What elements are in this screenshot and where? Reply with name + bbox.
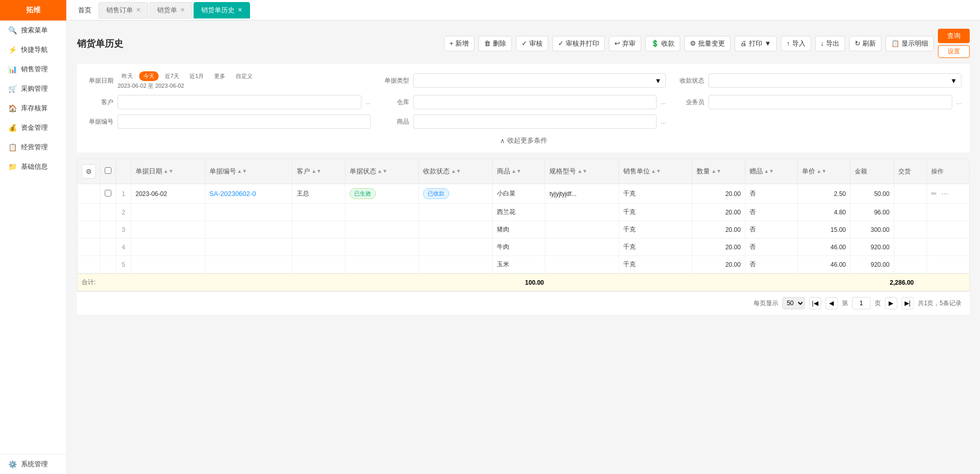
date-tag-7days[interactable]: 近7天 bbox=[161, 71, 183, 81]
doc-type-label: 单据类型 bbox=[381, 76, 409, 85]
warehouse-picker-icon[interactable]: ... bbox=[661, 98, 666, 106]
doc-type-select[interactable]: ▼ bbox=[413, 73, 666, 88]
row-doc-status bbox=[345, 256, 419, 273]
sidebar-item-operations[interactable]: 📋 经营管理 bbox=[0, 137, 66, 157]
first-page-button[interactable]: |◀ bbox=[809, 297, 821, 309]
batch-change-button[interactable]: ⚙ 批量变更 bbox=[684, 36, 731, 51]
date-tag-more[interactable]: 更多 bbox=[210, 71, 229, 81]
collect-button[interactable]: 💲 收款 bbox=[645, 36, 680, 51]
date-tag-yesterday[interactable]: 昨天 bbox=[118, 71, 137, 81]
sort-icon[interactable]: ▲▼ bbox=[651, 169, 661, 174]
audit-button[interactable]: ✓ 审核 bbox=[516, 36, 548, 51]
row-unit-price: 46.00 bbox=[798, 239, 850, 256]
row-transaction bbox=[894, 256, 927, 273]
export-button[interactable]: ↓ 导出 bbox=[815, 36, 846, 51]
row-doc-status bbox=[345, 239, 419, 256]
sidebar-item-sales[interactable]: 📊 销售管理 bbox=[0, 60, 66, 79]
settings-button[interactable]: 设置 bbox=[938, 45, 970, 58]
print-button[interactable]: 🖨 打印 ▼ bbox=[735, 36, 777, 51]
row-doc-no bbox=[205, 239, 293, 256]
date-tag-today[interactable]: 今天 bbox=[139, 71, 159, 81]
sidebar-item-label: 系统管理 bbox=[21, 460, 48, 469]
filter-customer: 客户 ... bbox=[85, 95, 371, 109]
row-unit-price: 2.50 bbox=[798, 184, 850, 204]
next-page-button[interactable]: ▶ bbox=[885, 297, 897, 309]
prev-page-button[interactable]: ◀ bbox=[825, 297, 838, 309]
audit-print-button[interactable]: ✓ 审核并打印 bbox=[552, 36, 605, 51]
gear-button[interactable]: ⚙ bbox=[82, 164, 96, 179]
col-doc-status: 单据状态 ▲▼ bbox=[345, 159, 419, 184]
goods-input[interactable] bbox=[413, 114, 657, 129]
per-page-select[interactable]: 50 bbox=[782, 297, 805, 309]
edit-icon[interactable]: ✏ bbox=[931, 190, 939, 198]
row-seq: 2 bbox=[116, 204, 131, 221]
warehouse-input[interactable] bbox=[413, 95, 657, 109]
date-tag-1month[interactable]: 近1月 bbox=[185, 71, 208, 81]
sort-icon[interactable]: ▲▼ bbox=[816, 169, 827, 174]
sidebar-item-basic[interactable]: 📁 基础信息 bbox=[0, 157, 66, 176]
refresh-button[interactable]: ↻ 刷新 bbox=[849, 36, 881, 51]
col-gear: ⚙ bbox=[78, 159, 101, 184]
row-unit-price: 4.80 bbox=[798, 204, 850, 221]
row-amount: 920.00 bbox=[850, 256, 894, 273]
sidebar-item-quicknav[interactable]: ⚡ 快捷导航 bbox=[0, 40, 66, 60]
row-unit: 千克 bbox=[619, 239, 693, 256]
page-number-input[interactable] bbox=[852, 297, 871, 309]
sidebar-item-system[interactable]: ⚙️ 系统管理 bbox=[0, 455, 66, 474]
row-unit: 千克 bbox=[619, 256, 693, 273]
more-icon[interactable]: ⋯ bbox=[941, 190, 950, 198]
doc-no-link[interactable]: SA-20230602-0 bbox=[209, 190, 256, 198]
collapse-button[interactable]: ∧ 收起更多条件 bbox=[500, 136, 547, 145]
sort-icon[interactable]: ▲▼ bbox=[377, 169, 388, 174]
sort-icon[interactable]: ▲▼ bbox=[711, 169, 721, 174]
table-row: 2 西兰花 千克 20.00 否 4.80 96.00 bbox=[78, 204, 969, 221]
row-action bbox=[927, 256, 969, 273]
row-checkbox[interactable] bbox=[105, 190, 111, 196]
show-detail-button[interactable]: 📋 显示明细 bbox=[886, 36, 934, 51]
tab-sales-history[interactable]: 销货单历史 ✕ bbox=[194, 2, 250, 18]
tab-home[interactable]: 首页 bbox=[72, 2, 98, 18]
collect-icon: 💲 bbox=[651, 40, 659, 47]
customer-picker-icon[interactable]: ... bbox=[366, 98, 371, 106]
sidebar-item-search[interactable]: 🔍 搜索菜单 bbox=[0, 21, 66, 40]
batch-icon: ⚙ bbox=[690, 40, 696, 47]
basic-info-icon: 📁 bbox=[8, 162, 17, 171]
delete-button[interactable]: 🗑 删除 bbox=[478, 36, 512, 51]
agent-picker-icon[interactable]: ... bbox=[956, 98, 962, 106]
sort-icon[interactable]: ▲▼ bbox=[511, 169, 522, 174]
sort-icon[interactable]: ▲▼ bbox=[311, 169, 321, 174]
sort-icon[interactable]: ▲▼ bbox=[451, 169, 461, 174]
sort-icon[interactable]: ▲▼ bbox=[577, 169, 587, 174]
col-transaction: 交货 bbox=[894, 159, 927, 184]
sidebar-item-inventory[interactable]: 🏠 库存核算 bbox=[0, 98, 66, 118]
tab-sales-order[interactable]: 销售订单 ✕ bbox=[99, 2, 148, 18]
sidebar-item-purchase[interactable]: 🛒 采购管理 bbox=[0, 79, 66, 98]
payment-status-badge: 已收款 bbox=[423, 188, 449, 199]
discard-button[interactable]: ↩ 弃审 bbox=[609, 36, 641, 51]
col-checkbox bbox=[101, 159, 116, 184]
doc-no-input[interactable] bbox=[118, 114, 371, 129]
tab-sales-delivery[interactable]: 销货单 ✕ bbox=[149, 2, 193, 18]
date-tag-custom[interactable]: 自定义 bbox=[232, 71, 257, 81]
refresh-icon: ↻ bbox=[855, 40, 860, 47]
tab-close-icon[interactable]: ✕ bbox=[136, 7, 141, 13]
agent-input[interactable] bbox=[708, 95, 952, 109]
goods-picker-icon[interactable]: ... bbox=[661, 118, 666, 125]
last-page-button[interactable]: ▶| bbox=[901, 297, 914, 309]
payment-status-select[interactable]: ▼ bbox=[708, 73, 962, 88]
date-range-value: 2023-06-02 至 2023-06-02 bbox=[118, 82, 257, 90]
sidebar-item-finance[interactable]: 💰 资金管理 bbox=[0, 118, 66, 137]
query-button[interactable]: 查询 bbox=[938, 29, 970, 43]
tab-close-icon[interactable]: ✕ bbox=[238, 7, 242, 13]
row-qty: 20.00 bbox=[693, 204, 745, 221]
customer-input[interactable] bbox=[118, 95, 361, 109]
select-all-checkbox[interactable] bbox=[105, 167, 111, 174]
sort-icon[interactable]: ▲▼ bbox=[163, 169, 174, 174]
row-doc-status bbox=[345, 204, 419, 221]
sort-icon[interactable]: ▲▼ bbox=[764, 169, 774, 174]
import-button[interactable]: ↑ 导入 bbox=[781, 36, 811, 51]
sort-icon[interactable]: ▲▼ bbox=[237, 169, 247, 174]
tab-close-icon[interactable]: ✕ bbox=[180, 7, 185, 13]
new-button[interactable]: + 新增 bbox=[444, 36, 475, 51]
sidebar-item-label: 库存核算 bbox=[21, 104, 48, 113]
